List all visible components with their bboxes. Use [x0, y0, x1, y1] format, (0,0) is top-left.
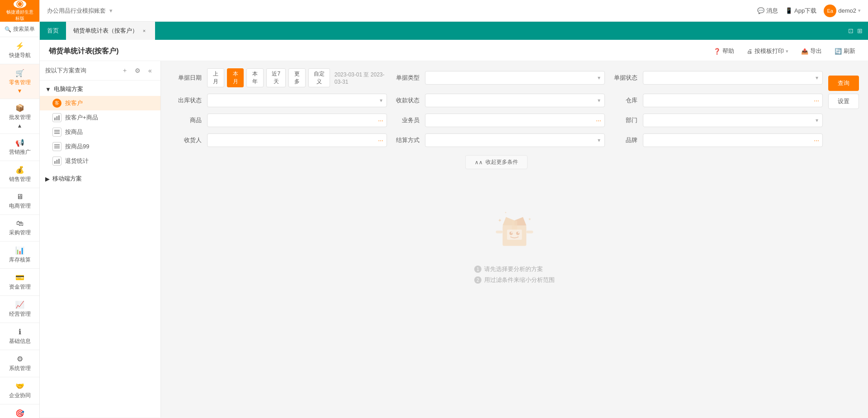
- sidebar-item-wholesale[interactable]: 📦 批发管理 ▲: [0, 99, 39, 134]
- by-product-99-label: 按商品99: [65, 142, 89, 151]
- date-btn-last-month[interactable]: 上月: [207, 68, 224, 87]
- export-label: 导出: [810, 47, 822, 55]
- date-btn-custom[interactable]: 自定义: [308, 68, 330, 87]
- warehouse-input[interactable]: [643, 94, 823, 107]
- maximize-icon[interactable]: ⊞: [857, 27, 863, 34]
- scheme-group-mobile-title[interactable]: ▶ 移动端方案: [40, 172, 160, 185]
- shortcut-icon: ⚡: [15, 42, 24, 50]
- retail-arrow: ▼: [17, 88, 23, 94]
- staff-input[interactable]: [425, 114, 605, 127]
- product-dots-icon[interactable]: ···: [378, 117, 383, 124]
- recipient-label: 收货人: [170, 136, 202, 144]
- brand-dots-icon[interactable]: ···: [814, 137, 819, 144]
- by-customer-label: 按客户: [65, 99, 83, 107]
- settings-button[interactable]: 设置: [828, 94, 859, 109]
- logo-icon: [14, 0, 26, 8]
- print-icon: 🖨: [747, 48, 753, 55]
- type-select-wrapper: [425, 71, 605, 85]
- receipt-status-select[interactable]: [425, 94, 605, 107]
- status-label: 单据状态: [610, 74, 637, 82]
- sidebar-item-sales[interactable]: 💰 销售管理: [0, 161, 39, 188]
- ecommerce-label: 电商管理: [9, 202, 31, 210]
- logo-subtitle: 标版: [15, 15, 24, 22]
- sidebar-item-inventory[interactable]: 📊 库存核算: [0, 242, 39, 269]
- svg-rect-4: [54, 132, 60, 133]
- brand-label: 品牌: [610, 136, 637, 144]
- retail-label: 零售管理: [9, 79, 31, 86]
- marketing-label: 营销推广: [9, 148, 31, 156]
- department-label: 部门: [610, 116, 637, 124]
- sidebar-item-marketing[interactable]: 📢 营销推广: [0, 134, 39, 161]
- sidebar-item-operations[interactable]: 📈 经营管理: [0, 296, 39, 323]
- sidebar-item-shortcut[interactable]: ⚡ 快捷导航: [0, 37, 39, 64]
- export-button[interactable]: 📤 导出: [797, 45, 826, 57]
- tip-num-2: 2: [474, 276, 481, 284]
- scheme-collapse-button[interactable]: «: [145, 66, 155, 76]
- date-btn-more[interactable]: 更多: [288, 68, 306, 87]
- dropdown-arrow-icon[interactable]: ▾: [109, 7, 113, 14]
- sidebar-item-guide[interactable]: 🎯 新手引导: [0, 404, 39, 418]
- product-input[interactable]: [207, 114, 387, 127]
- user-profile[interactable]: Ea demo2 ▾: [824, 5, 861, 17]
- search-menu[interactable]: 🔍 搜索菜单: [0, 22, 39, 37]
- tip-num-1: 1: [474, 266, 481, 273]
- scheme-item-by-customer[interactable]: 客 按客户: [40, 96, 160, 110]
- page-title: 销货单统计表(按客户): [49, 47, 119, 56]
- scheme-group-desktop-title[interactable]: ▼ 电脑端方案: [40, 82, 160, 96]
- print-arrow-icon: ▾: [786, 48, 788, 54]
- basics-label: 基础信息: [9, 337, 31, 345]
- right-buttons: 查询 设置: [828, 68, 859, 175]
- out-status-label: 出库状态: [170, 96, 202, 104]
- app-download-button[interactable]: 📱 App下载: [785, 7, 816, 15]
- brand-input[interactable]: [643, 133, 823, 147]
- message-button[interactable]: 💬 消息: [757, 7, 778, 15]
- collapse-button[interactable]: ∧∧ 收起更多条件: [465, 155, 528, 169]
- date-btn-last-7[interactable]: 近7天: [266, 68, 286, 87]
- collapse-label: 收起更多条件: [486, 158, 518, 166]
- finance-icon: 💳: [15, 273, 24, 282]
- out-status-select[interactable]: [207, 94, 387, 107]
- settlement-select[interactable]: [425, 133, 605, 147]
- user-avatar: Ea: [824, 5, 836, 17]
- sidebar: 畅捷通好生意 标版 🔍 搜索菜单 ⚡ 快捷导航 🛒 零售管理 ▼ 📦 批发管理 …: [0, 0, 40, 418]
- recipient-dots-icon[interactable]: ···: [378, 137, 383, 144]
- query-button[interactable]: 查询: [828, 76, 859, 91]
- staff-dots-icon[interactable]: ···: [596, 117, 601, 124]
- tab-sales-stats[interactable]: 销货单统计表（按客户） ×: [66, 22, 155, 40]
- sidebar-item-basics[interactable]: ℹ 基础信息: [0, 323, 39, 350]
- date-btn-this-year[interactable]: 本年: [246, 68, 264, 87]
- status-select-wrapper: [643, 71, 823, 85]
- date-btn-this-month[interactable]: 本月: [227, 68, 244, 87]
- scheme-add-button[interactable]: ＋: [120, 66, 130, 76]
- user-name: demo2: [838, 7, 856, 14]
- type-select[interactable]: [425, 71, 605, 85]
- scheme-item-return-stats[interactable]: 退货统计: [40, 154, 160, 168]
- sidebar-item-ecommerce[interactable]: 🖥 电商管理: [0, 188, 39, 215]
- empty-illustration: ✦ ★ ✦: [487, 202, 542, 256]
- warehouse-label: 仓库: [610, 96, 637, 104]
- sidebar-item-system[interactable]: ⚙ 系统管理: [0, 350, 39, 377]
- sidebar-item-purchase[interactable]: 🛍 采购管理: [0, 215, 39, 242]
- tab-close-icon[interactable]: ×: [141, 27, 148, 34]
- sidebar-item-finance[interactable]: 💳 资金管理: [0, 269, 39, 296]
- status-select[interactable]: [643, 71, 823, 85]
- minimize-icon[interactable]: ⊡: [848, 27, 854, 34]
- date-filter-group: 上月 本月 本年 近7天 更多 自定义 2023-03-01 至 2023-03…: [207, 68, 387, 87]
- help-button[interactable]: ❓ 帮助: [710, 45, 738, 57]
- marketing-icon: 📢: [15, 138, 24, 147]
- scheme-item-by-product-99[interactable]: 按商品99: [40, 139, 160, 154]
- refresh-button[interactable]: 🔄 刷新: [831, 45, 859, 57]
- svg-rect-7: [54, 146, 60, 147]
- scheme-settings-button[interactable]: ⚙: [132, 66, 142, 76]
- sidebar-item-cooperation[interactable]: 🤝 企业协同: [0, 377, 39, 404]
- tab-home[interactable]: 首页: [40, 22, 66, 40]
- department-select[interactable]: [643, 114, 823, 127]
- retail-icon: 🛒: [15, 69, 24, 77]
- empty-tip-2: 2 用过滤条件来缩小分析范围: [474, 276, 555, 284]
- sidebar-item-retail[interactable]: 🛒 零售管理 ▼: [0, 64, 39, 99]
- recipient-input[interactable]: [207, 133, 387, 147]
- scheme-item-by-product[interactable]: 按商品: [40, 125, 160, 139]
- scheme-item-by-customer-product[interactable]: 按客户+商品: [40, 110, 160, 125]
- warehouse-dots-icon[interactable]: ···: [814, 97, 819, 104]
- template-print-button[interactable]: 🖨 按模板打印 ▾: [743, 45, 792, 57]
